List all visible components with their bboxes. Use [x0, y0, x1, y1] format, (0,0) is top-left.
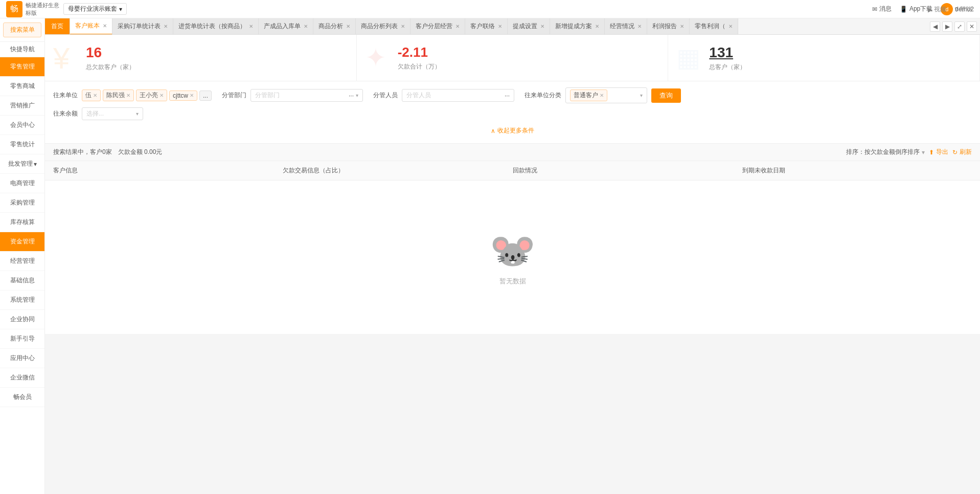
sidebar-item-marketing[interactable]: 营销推广: [0, 96, 44, 116]
tab-expand-button[interactable]: ⤢: [954, 21, 965, 32]
tag-remove-wang[interactable]: ✕: [159, 93, 164, 98]
unit-tag-wu: 伍 ✕: [82, 89, 101, 101]
close-icon[interactable]: ✕: [637, 24, 642, 29]
tab-product-inbound[interactable]: 产成品入库单 ✕: [259, 18, 313, 35]
stat-bg-icon-3: ▦: [676, 43, 700, 73]
industry-select[interactable]: 母婴行业演示账套 ▾: [63, 3, 127, 15]
logo-icon: 畅: [6, 1, 22, 17]
balance-filter-select[interactable]: 选择... ▾: [82, 107, 143, 120]
tab-product-analysis[interactable]: 商品分析 ✕: [313, 18, 356, 35]
stat-label-total-customers: 总客户（家）: [709, 63, 746, 72]
tab-customer-tier[interactable]: 客户分层经营 ✕: [411, 18, 465, 35]
close-icon[interactable]: ✕: [401, 24, 405, 29]
close-icon[interactable]: ✕: [728, 24, 733, 29]
close-icon[interactable]: ✕: [164, 24, 168, 29]
close-icon[interactable]: ✕: [249, 24, 253, 29]
tab-scroll-left-button[interactable]: ◀: [930, 21, 940, 32]
close-icon[interactable]: ✕: [680, 24, 684, 29]
stat-label-debt-customers: 总欠款客户（家）: [86, 63, 135, 72]
results-bar: 搜索结果中，客户0家 欠款金额 0.00元 排序：按欠款金额倒序排序 ▾ ⬆ 导…: [45, 144, 980, 161]
chevron-down-icon: ▾: [34, 161, 37, 168]
col-repayment: 回款情况: [513, 166, 742, 175]
tag-remove-category[interactable]: ✕: [600, 93, 604, 98]
col-customer-info: 客户信息: [53, 166, 283, 175]
stat-card-debt-customers: ¥ 16 总欠款客户（家）: [45, 35, 357, 81]
tab-purchase-order-stats[interactable]: 采购订单统计表 ✕: [112, 18, 173, 35]
tab-scroll-right-button[interactable]: ▶: [942, 21, 952, 32]
collapse-row: ∧ 收起更多条件: [53, 124, 972, 137]
close-icon[interactable]: ✕: [455, 24, 460, 29]
chevron-down-icon: ▾: [119, 6, 122, 13]
data-table: 客户信息 欠款交易信息（占比） 回款情况 到期未收款日期 🐭 暂无数据: [45, 161, 980, 334]
sidebar-item-collab[interactable]: 企业协同: [0, 310, 44, 329]
sort-select[interactable]: 排序：按欠款金额倒序排序 ▾: [846, 148, 925, 156]
chevron-up-icon: ∧: [491, 127, 495, 134]
sidebar-item-retail-stats[interactable]: 零售统计: [0, 135, 44, 154]
person-filter-select[interactable]: 分管人员 ···: [402, 89, 514, 102]
sort-label: 排序：按欠款金额倒序排序: [846, 148, 920, 156]
balance-filter-label: 往来余额: [53, 109, 78, 118]
stat-value-debt-total: -2.11: [398, 44, 441, 60]
tab-home[interactable]: 首页: [45, 18, 70, 35]
stat-card-debt-total: ✦ -2.11 欠款合计（万）: [357, 35, 669, 81]
chevron-down-icon: ▾: [640, 93, 643, 98]
sidebar-item-app-center[interactable]: 应用中心: [0, 349, 44, 368]
tab-purchase-stats-product[interactable]: 进货单统计表（按商品） ✕: [173, 18, 259, 35]
sidebar-item-finance[interactable]: 资金管理: [0, 232, 44, 252]
refresh-button[interactable]: ↻ 刷新: [952, 148, 972, 156]
quick-nav-button[interactable]: 快捷导航: [0, 42, 44, 57]
export-button[interactable]: ⬆ 导出: [929, 148, 948, 156]
sidebar-item-inventory[interactable]: 库存核算: [0, 213, 44, 232]
filter-row-1: 往来单位 伍 ✕ 陈民强 ✕ 王小亮 ✕: [53, 87, 972, 103]
tab-customer-ledger[interactable]: 客户账本 ✕: [70, 18, 112, 35]
search-menu-button[interactable]: 搜索菜单: [3, 23, 41, 37]
debt-amount-text: 欠款金额 0.00元: [118, 148, 163, 156]
dept-filter-select[interactable]: 分管部门 ··· ▾: [250, 89, 363, 102]
sidebar-item-retail-mall[interactable]: 零售商城: [0, 77, 44, 96]
close-icon[interactable]: ✕: [540, 24, 544, 29]
search-result-text: 搜索结果中，客户0家: [53, 148, 112, 156]
sidebar-item-member[interactable]: 畅会员: [0, 388, 44, 407]
tab-customer-contact[interactable]: 客户联络 ✕: [465, 18, 508, 35]
sidebar-item-system[interactable]: 系统管理: [0, 290, 44, 310]
sidebar-item-wechat[interactable]: 企业微信: [0, 368, 44, 388]
query-button[interactable]: 查询: [651, 88, 681, 103]
close-icon[interactable]: ✕: [346, 24, 350, 29]
stat-bg-icon-1: ¥: [53, 41, 70, 75]
close-icon[interactable]: ✕: [595, 24, 599, 29]
close-icon[interactable]: ✕: [498, 24, 502, 29]
sidebar-item-ecommerce[interactable]: 电商管理: [0, 174, 44, 193]
collapse-button[interactable]: ∧ 收起更多条件: [53, 124, 972, 137]
sidebar: 搜索菜单 快捷导航 零售管理 零售商城 营销推广 会员中心 零售统计 批发管理 …: [0, 18, 45, 494]
tab-profit-report[interactable]: 利润报告 ✕: [647, 18, 690, 35]
sidebar-item-purchase[interactable]: 采购管理: [0, 193, 44, 213]
sidebar-item-basic-info[interactable]: 基础信息: [0, 271, 44, 290]
tab-product-analysis-list[interactable]: 商品分析列表 ✕: [356, 18, 411, 35]
unit-tag-more[interactable]: ...: [199, 91, 212, 101]
tab-commission-settings[interactable]: 提成设置 ✕: [508, 18, 550, 35]
sidebar-item-guide[interactable]: 新手引导: [0, 329, 44, 349]
category-filter-select[interactable]: 普通客户 ✕ ▾: [565, 87, 647, 103]
tab-bar: 首页 客户账本 ✕ 采购订单统计表 ✕ 进货单统计表（按商品） ✕ 产成品入库单…: [45, 18, 980, 35]
tab-retail-profit[interactable]: 零售利润（ ✕: [690, 18, 738, 35]
message-icon: ✉: [872, 6, 877, 13]
tab-close-all-button[interactable]: ✕: [967, 21, 977, 32]
tag-remove-wu[interactable]: ✕: [93, 93, 97, 98]
unit-filter-label: 往来单位: [53, 91, 78, 100]
tab-add-commission[interactable]: 新增提成方案 ✕: [550, 18, 605, 35]
tag-remove-cjttcw[interactable]: ✕: [190, 93, 194, 98]
close-icon[interactable]: ✕: [304, 24, 308, 29]
message-button[interactable]: ✉ 消息: [872, 5, 892, 13]
logo-text: 畅捷通好生意 标版: [26, 2, 59, 16]
tag-remove-chen[interactable]: ✕: [126, 93, 130, 98]
sidebar-item-member-center[interactable]: 会员中心: [0, 116, 44, 135]
chevron-down-icon: ▾: [922, 149, 925, 156]
sidebar-item-retail-mgmt[interactable]: 零售管理: [0, 57, 44, 77]
sidebar-item-operation[interactable]: 经营管理: [0, 252, 44, 271]
refresh-icon: ↻: [952, 149, 958, 156]
category-tag-normal: 普通客户 ✕: [570, 89, 607, 101]
close-icon[interactable]: ✕: [103, 23, 107, 29]
sidebar-item-wholesale[interactable]: 批发管理 ▾: [0, 154, 44, 174]
tab-operation-status[interactable]: 经营情况 ✕: [605, 18, 647, 35]
results-info: 搜索结果中，客户0家 欠款金额 0.00元: [53, 148, 162, 156]
